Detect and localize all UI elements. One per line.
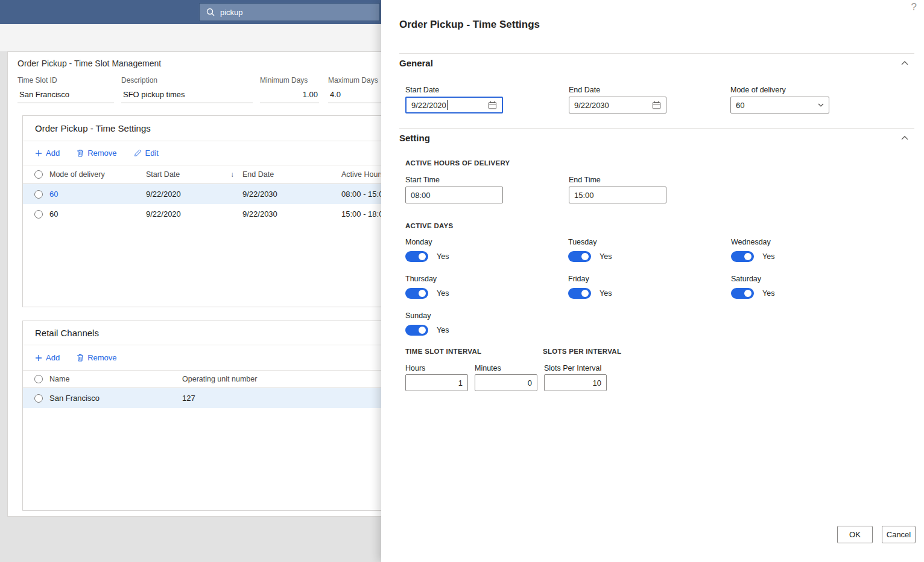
trash-icon [77, 149, 84, 157]
day-cell-monday: Monday Yes [405, 238, 568, 275]
page-title: Order Pickup - Time Slot Management [17, 59, 161, 68]
search-query-text: pickup [220, 8, 243, 17]
column-header-name[interactable]: Name [48, 375, 182, 383]
friday-toggle[interactable] [568, 288, 591, 299]
saturday-toggle[interactable] [731, 288, 754, 299]
end-date-label: End Date [569, 86, 600, 94]
day-cell-wednesday: Wednesday Yes [731, 238, 894, 275]
chevron-up-icon[interactable] [901, 136, 908, 140]
cancel-button[interactable]: Cancel [882, 526, 916, 543]
minutes-label: Minutes [475, 364, 501, 372]
plus-icon [35, 354, 42, 362]
column-header-mode-of-delivery[interactable]: Mode of delivery [48, 170, 146, 179]
end-date-input[interactable]: 9/22/2030 [569, 97, 666, 113]
mode-of-delivery-select[interactable]: 60 [730, 97, 829, 113]
start-date-label: Start Date [405, 86, 439, 94]
row-select-radio[interactable] [34, 190, 43, 199]
column-header-end-date[interactable]: End Date [242, 170, 341, 179]
active-days-heading: ACTIVE DAYS [405, 222, 454, 229]
day-cell-friday: Friday Yes [568, 275, 731, 311]
remove-button[interactable]: Remove [77, 353, 116, 362]
time-settings-flyout: ? Order Pickup - Time Settings General S… [381, 0, 924, 562]
add-button[interactable]: Add [35, 148, 60, 158]
sort-descending-icon: ↓ [230, 170, 234, 179]
thursday-toggle[interactable] [405, 288, 428, 299]
divider [399, 53, 914, 54]
panel-title: Order Pickup - Time Settings [399, 19, 540, 31]
description-value[interactable]: SFO pickup times [121, 88, 253, 103]
tuesday-toggle[interactable] [568, 251, 591, 262]
description-label: Description [121, 76, 253, 85]
edit-button[interactable]: Edit [134, 148, 159, 158]
minimum-days-field: Minimum Days 1.00 [260, 76, 319, 103]
trash-icon [77, 354, 84, 362]
start-time-input[interactable]: 08:00 [405, 187, 503, 203]
setting-section-header[interactable]: Setting [399, 133, 908, 143]
time-slot-id-label: Time Slot ID [17, 76, 114, 85]
select-all-radio[interactable] [34, 170, 43, 179]
day-cell-sunday: Sunday Yes [405, 311, 568, 348]
time-slot-interval-heading: TIME SLOT INTERVAL [405, 348, 481, 355]
end-time-label: End Time [569, 176, 601, 184]
start-date-input[interactable]: 9/22/2020 [405, 97, 503, 113]
hours-input[interactable]: 1 [405, 374, 468, 391]
pencil-icon [134, 149, 142, 157]
slots-per-interval-label: Slots Per Interval [544, 364, 601, 372]
day-cell-thursday: Thursday Yes [405, 275, 568, 311]
active-days-grid: Monday Yes Tuesday Yes Wednesday Yes Thu… [405, 238, 894, 348]
minimum-days-value[interactable]: 1.00 [260, 88, 319, 103]
ok-button[interactable]: OK [837, 526, 873, 543]
nav-search-box[interactable]: pickup [199, 3, 380, 21]
wednesday-toggle[interactable] [731, 251, 754, 262]
minutes-input[interactable]: 0 [475, 374, 537, 391]
add-button[interactable]: Add [35, 353, 60, 362]
end-time-input[interactable]: 15:00 [569, 187, 666, 203]
help-icon[interactable]: ? [911, 1, 917, 13]
start-time-label: Start Time [405, 176, 440, 184]
row-select-radio[interactable] [34, 394, 43, 403]
monday-toggle[interactable] [405, 251, 428, 262]
hours-label: Hours [405, 364, 425, 372]
screen: pickup Order Pickup - Time Slot Manageme… [0, 0, 924, 562]
minimum-days-label: Minimum Days [260, 76, 319, 85]
select-all-radio[interactable] [34, 375, 43, 383]
sunday-toggle[interactable] [405, 325, 428, 336]
day-cell-saturday: Saturday Yes [731, 275, 894, 311]
day-cell-tuesday: Tuesday Yes [568, 238, 731, 275]
slots-per-interval-heading: SLOTS PER INTERVAL [543, 348, 621, 355]
text-caret [447, 100, 448, 110]
active-hours-heading: ACTIVE HOURS OF DELIVERY [405, 159, 510, 167]
description-field: Description SFO pickup times [121, 76, 253, 103]
remove-button[interactable]: Remove [77, 148, 116, 158]
slots-per-interval-input[interactable]: 10 [544, 374, 607, 391]
search-icon [206, 8, 215, 16]
calendar-icon[interactable] [488, 101, 497, 109]
time-slot-id-value[interactable]: San Francisco [17, 88, 114, 103]
mode-of-delivery-label: Mode of delivery [730, 86, 786, 94]
general-section-header[interactable]: General [399, 58, 908, 68]
time-slot-id-field: Time Slot ID San Francisco [17, 76, 114, 103]
column-header-start-date[interactable]: Start Date ↓ [146, 170, 242, 179]
chevron-down-icon[interactable] [818, 103, 824, 107]
row-select-radio[interactable] [34, 210, 43, 219]
divider [399, 128, 914, 129]
calendar-icon[interactable] [652, 101, 661, 109]
plus-icon [35, 150, 42, 157]
chevron-up-icon[interactable] [901, 61, 908, 65]
